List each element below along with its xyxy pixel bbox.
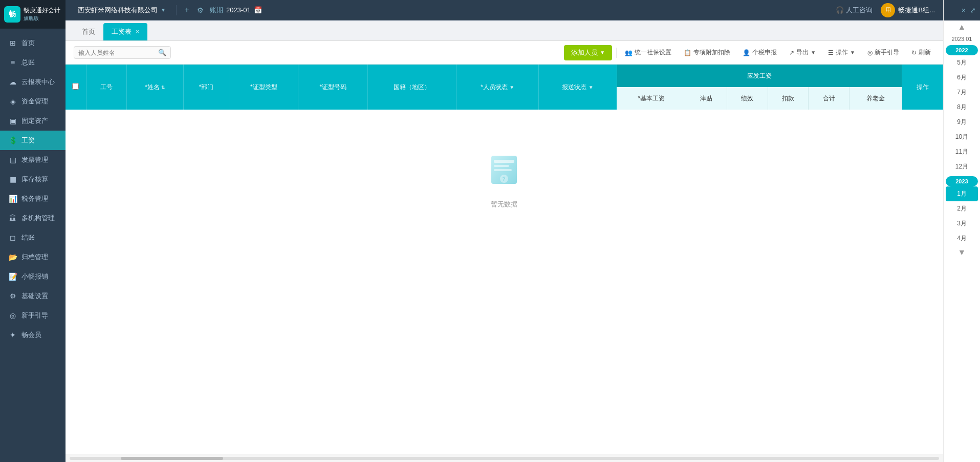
sidebar-item-fund-mgmt[interactable]: ◈ 资金管理 [0, 92, 66, 111]
status-filter-icon[interactable]: ▼ [509, 85, 514, 90]
sidebar-item-inventory[interactable]: ▦ 库存核算 [0, 170, 66, 189]
sidebar-label-archive: 归档管理 [21, 253, 48, 262]
inventory-icon: ▦ [8, 175, 17, 183]
sidebar-item-expense[interactable]: 📝 小畅报销 [0, 267, 66, 286]
social-security-icon: 👥 [625, 49, 633, 56]
sidebar-item-basic-settings[interactable]: ⚙ 基础设置 [0, 286, 66, 306]
company-selector[interactable]: 西安虾米网络科技有限公司 ▼ [74, 4, 170, 17]
name-sort-icon[interactable]: ⇅ [161, 85, 165, 90]
th-department: *部门 [184, 65, 229, 110]
export-button[interactable]: ↗ 导出 ▼ [785, 46, 820, 59]
membership-icon: ✦ [8, 331, 17, 339]
panel-period-display: 2023.01 [944, 34, 980, 43]
month-item-2022-09[interactable]: 9月 [944, 115, 980, 130]
add-person-button[interactable]: 添加人员 ▼ [564, 45, 612, 60]
sidebar-item-guide[interactable]: ◎ 新手引导 [0, 306, 66, 325]
sidebar-label-general-ledger: 总账 [21, 58, 35, 67]
sidebar-item-tax[interactable]: 📊 税务管理 [0, 189, 66, 208]
th-total: 合计 [809, 87, 850, 110]
sidebar-label-invoice: 发票管理 [21, 155, 48, 164]
add-person-dropdown-icon: ▼ [600, 50, 605, 55]
tab-home[interactable]: 首页 [74, 23, 103, 40]
topbar-divider-1 [176, 5, 177, 15]
sidebar-logo: 畅 畅庚通好会计 旗舰版 [0, 0, 66, 29]
svg-rect-3 [494, 169, 512, 171]
th-employee-id: 工号 [86, 65, 127, 110]
select-all-checkbox[interactable] [72, 83, 79, 90]
export-dropdown-icon: ▼ [811, 50, 816, 55]
month-nav-down[interactable]: ▼ [944, 246, 980, 259]
topbar-add-button[interactable]: ＋ [183, 5, 191, 15]
panel-maximize-button[interactable]: ⤢ [970, 6, 976, 14]
sidebar-item-cloud-report[interactable]: ☁ 云报表中心 [0, 72, 66, 92]
user-menu[interactable]: 用 畅捷通B组... [881, 3, 935, 17]
sidebar-item-home[interactable]: ⊞ 首页 [0, 33, 66, 53]
sidebar-label-multi-org: 多机构管理 [21, 214, 55, 223]
special-deduction-button[interactable]: 📋 专项附加扣除 [680, 46, 734, 59]
help-button[interactable]: 🎧 人工咨询 [836, 6, 873, 15]
topbar-period: 账期 2023-01 📅 [210, 6, 262, 15]
th-report-status-label: 报送状态 [562, 83, 586, 91]
topbar-settings-button[interactable]: ⚙ [197, 6, 204, 14]
social-security-button[interactable]: 👥 统一社保设置 [621, 46, 676, 59]
month-item-2023-04[interactable]: 4月 [944, 231, 980, 246]
sidebar-item-multi-org[interactable]: 🏛 多机构管理 [0, 208, 66, 228]
sidebar-item-invoice[interactable]: ▤ 发票管理 [0, 150, 66, 170]
sidebar-label-tax: 税务管理 [21, 194, 48, 203]
sidebar-label-basic-settings: 基础设置 [21, 291, 48, 301]
refresh-button[interactable]: ↻ 刷新 [907, 46, 935, 59]
sidebar-item-general-ledger[interactable]: ≡ 总账 [0, 53, 66, 72]
sidebar-item-payroll[interactable]: 💲 工资 [0, 131, 66, 150]
export-icon: ↗ [789, 49, 794, 56]
th-status-label: *人员状态 [481, 83, 508, 91]
personal-tax-label: 个税申报 [752, 48, 777, 57]
operations-icon: ☰ [828, 49, 834, 56]
sidebar-label-home: 首页 [21, 38, 35, 48]
logo-icon: 畅 [4, 6, 20, 23]
month-item-2023-01[interactable]: 1月 [946, 186, 978, 201]
sidebar: 畅 畅庚通好会计 旗舰版 ⊞ 首页 ≡ 总账 ☁ 云报表中心 ◈ 资金管理 [0, 0, 66, 462]
search-icon[interactable]: 🔍 [158, 49, 166, 56]
month-item-2022-11[interactable]: 11月 [944, 144, 980, 159]
month-item-2022-08[interactable]: 8月 [944, 100, 980, 115]
month-item-2022-05[interactable]: 5月 [944, 55, 980, 70]
toolbar-divider-1 [616, 48, 617, 58]
scroll-thumb[interactable] [121, 457, 223, 460]
special-deduction-label: 专项附加扣除 [693, 48, 730, 57]
sidebar-label-inventory: 库存核算 [21, 175, 48, 184]
sidebar-item-membership[interactable]: ✦ 畅会员 [0, 325, 66, 345]
tab-close-icon[interactable]: × [136, 28, 139, 35]
search-input[interactable] [78, 49, 155, 56]
month-item-2023-03[interactable]: 3月 [944, 216, 980, 231]
export-label: 导出 [796, 48, 809, 57]
main-area: 西安虾米网络科技有限公司 ▼ ＋ ⚙ 账期 2023-01 📅 🎧 人工咨询 用… [66, 0, 943, 462]
month-item-2022-12[interactable]: 12月 [944, 159, 980, 174]
report-filter-icon[interactable]: ▼ [589, 85, 594, 90]
month-item-2022-10[interactable]: 10月 [944, 130, 980, 144]
panel-close-button[interactable]: × [962, 6, 966, 14]
tab-payroll[interactable]: 工资表 × [103, 23, 147, 40]
th-pension: 养老金 [850, 87, 902, 110]
month-nav-up[interactable]: ▲ [944, 20, 980, 34]
fund-icon: ◈ [8, 97, 17, 106]
sidebar-item-fixed-assets[interactable]: ▣ 固定资产 [0, 111, 66, 131]
sidebar-label-expense: 小畅报销 [21, 272, 48, 281]
th-name: *姓名 ⇅ [127, 65, 184, 110]
th-report-status: 报送状态 ▼ [539, 65, 617, 110]
company-name: 西安虾米网络科技有限公司 [78, 6, 158, 15]
operations-button[interactable]: ☰ 操作 ▼ [824, 46, 859, 59]
personal-tax-button[interactable]: 👤 个税申报 [738, 46, 781, 59]
multi-org-icon: 🏛 [8, 214, 17, 222]
home-icon: ⊞ [8, 39, 17, 47]
month-item-2022-07[interactable]: 7月 [944, 85, 980, 100]
settings-icon: ⚙ [8, 292, 17, 300]
sidebar-item-close-period[interactable]: ◻ 结账 [0, 228, 66, 247]
calendar-icon[interactable]: 📅 [254, 6, 262, 14]
tab-payroll-label: 工资表 [112, 27, 132, 36]
guide-button[interactable]: ◎ 新手引导 [863, 46, 903, 59]
sidebar-item-archive[interactable]: 📂 归档管理 [0, 247, 66, 267]
horizontal-scrollbar[interactable] [66, 454, 943, 462]
month-item-2022-06[interactable]: 6月 [944, 70, 980, 85]
month-item-2023-02[interactable]: 2月 [944, 201, 980, 216]
close-period-icon: ◻ [8, 234, 17, 242]
